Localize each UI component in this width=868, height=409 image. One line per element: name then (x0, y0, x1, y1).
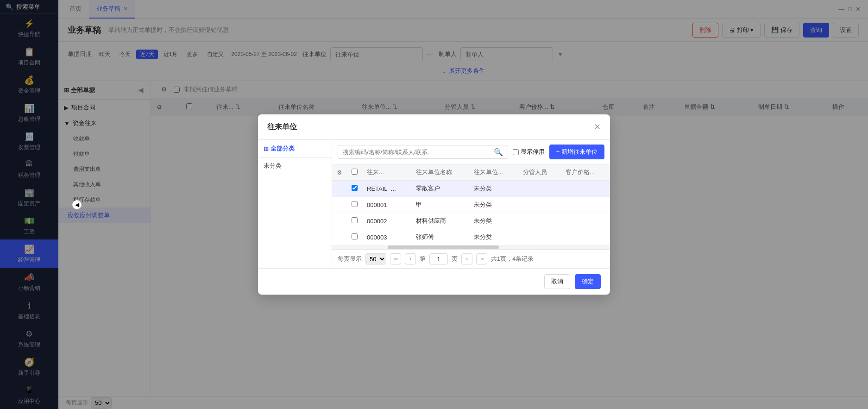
modal-row2-name: 甲 (411, 197, 469, 213)
modal-scrollbar-thumb[interactable] (388, 245, 499, 249)
show-disabled-checkbox[interactable] (513, 149, 519, 155)
modal-row4-code: 000003 (362, 229, 411, 245)
modal-col-code[interactable]: 往来... (362, 164, 411, 181)
modal-pagination: 每页显示 50 ⊨ ‹ 第 页 › ⊫ 共1页，4条记录 (332, 249, 610, 268)
modal-row1-settings (332, 181, 347, 197)
modal-close-icon[interactable]: ✕ (594, 122, 601, 132)
modal-row1-checkbox[interactable] (347, 181, 362, 197)
modal-show-disabled-group: 显示停用 (513, 148, 545, 156)
modal-dialog: 往来单位 ✕ ⊞ 全部分类 未分类 ◀ (258, 114, 610, 295)
modal-row2-checkbox[interactable] (347, 197, 362, 213)
modal-row2-category: 未分类 (469, 197, 518, 213)
modal-row4-checkbox[interactable] (347, 229, 362, 245)
modal-table-row-1[interactable]: RETAIL_... 零散客户 未分类 (332, 181, 610, 197)
modal-table-wrap: ⚙ 往来... 往来单位名称 往来单位... 分管人员 客户价格... (332, 164, 610, 245)
modal-search-icon[interactable]: 🔍 (494, 148, 503, 157)
modal-overlay[interactable]: 往来单位 ✕ ⊞ 全部分类 未分类 ◀ (0, 0, 868, 409)
confirm-button[interactable]: 确定 (575, 274, 601, 289)
cancel-button[interactable]: 取消 (544, 274, 570, 289)
modal-row4-settings (332, 229, 347, 245)
modal-row4-category: 未分类 (469, 229, 518, 245)
modal-row2-manager (518, 197, 561, 213)
modal-row2-settings (332, 197, 347, 213)
modal-row4-name: 张师傅 (411, 229, 469, 245)
modal-row2-price (561, 197, 610, 213)
modal-row4-price (561, 229, 610, 245)
modal-header-checkbox[interactable] (352, 169, 358, 175)
modal-category-unclassified[interactable]: 未分类 (258, 158, 332, 174)
modal-left-panel: ⊞ 全部分类 未分类 ◀ (258, 140, 332, 268)
modal-row1-code: RETAIL_... (362, 181, 411, 197)
modal-scrollbar-track (332, 245, 610, 249)
modal-search-input[interactable] (343, 149, 491, 156)
modal-col-settings: ⚙ (332, 164, 347, 181)
modal-row3-price (561, 213, 610, 229)
modal-table-row-2[interactable]: 000001 甲 未分类 (332, 197, 610, 213)
category-icon: ⊞ (264, 145, 269, 152)
modal-row3-manager (518, 213, 561, 229)
modal-title: 往来单位 (267, 122, 297, 132)
modal-table-body: RETAIL_... 零散客户 未分类 000001 甲 (332, 181, 610, 245)
modal-col-name[interactable]: 往来单位名称 (411, 164, 469, 181)
modal-col-category[interactable]: 往来单位... (469, 164, 518, 181)
page-first-btn[interactable]: ⊨ (390, 253, 401, 264)
per-page-label: 每页显示 (338, 255, 362, 263)
modal-row1-price (561, 181, 610, 197)
modal-header: 往来单位 ✕ (258, 114, 610, 140)
modal-body: ⊞ 全部分类 未分类 ◀ 🔍 (258, 140, 610, 268)
modal-footer: 取消 确定 (258, 268, 610, 295)
page-last-btn[interactable]: ⊫ (476, 253, 487, 264)
modal-left-header-label: 全部分类 (270, 145, 295, 153)
modal-table-header-row: ⚙ 往来... 往来单位名称 往来单位... 分管人员 客户价格... (332, 164, 610, 181)
show-disabled-label: 显示停用 (521, 148, 545, 156)
modal-col-price[interactable]: 客户价格... (561, 164, 610, 181)
page-number-label: 第 (420, 255, 426, 263)
modal-row3-name: 材料供应商 (411, 213, 469, 229)
page-number-input[interactable] (429, 253, 448, 264)
page-suffix-label: 页 (452, 255, 458, 263)
total-label: 共1页，4条记录 (491, 255, 534, 263)
modal-row4-manager (518, 229, 561, 245)
per-page-select[interactable]: 50 (365, 253, 386, 264)
modal-col-checkbox (347, 164, 362, 181)
page-prev-btn[interactable]: ‹ (405, 253, 416, 264)
modal-row3-checkbox[interactable] (347, 213, 362, 229)
modal-row3-category: 未分类 (469, 213, 518, 229)
modal-table-row-4[interactable]: 000003 张师傅 未分类 (332, 229, 610, 245)
modal-row1-category: 未分类 (469, 181, 518, 197)
modal-col-manager[interactable]: 分管人员 (518, 164, 561, 181)
page-next-btn[interactable]: › (461, 253, 472, 264)
modal-category-unclassified-label: 未分类 (264, 162, 282, 169)
modal-row1-name: 零散客户 (411, 181, 469, 197)
modal-row1-manager (518, 181, 561, 197)
modal-search-box[interactable]: 🔍 (338, 145, 508, 159)
modal-row3-code: 000002 (362, 213, 411, 229)
modal-left-header[interactable]: ⊞ 全部分类 (258, 140, 332, 158)
modal-table-row-3[interactable]: 000002 材料供应商 未分类 (332, 213, 610, 229)
add-partner-button[interactable]: + 新增往来单位 (549, 145, 604, 159)
modal-row2-code: 000001 (362, 197, 411, 213)
modal-right-panel: 🔍 显示停用 + 新增往来单位 ⚙ (332, 140, 610, 268)
modal-table: ⚙ 往来... 往来单位名称 往来单位... 分管人员 客户价格... (332, 164, 610, 245)
modal-toolbar: 🔍 显示停用 + 新增往来单位 (332, 140, 610, 164)
modal-row3-settings (332, 213, 347, 229)
